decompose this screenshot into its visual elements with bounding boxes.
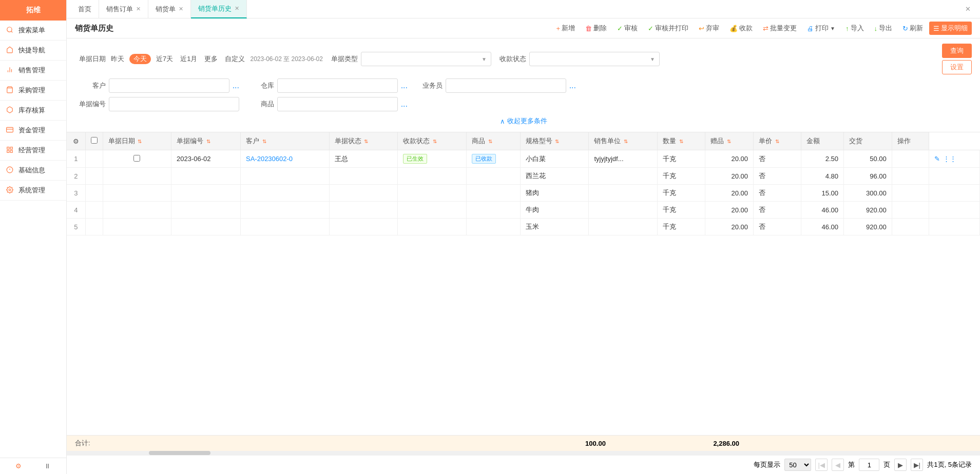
row-checkbox[interactable]	[103, 168, 171, 185]
export-label: 导出	[879, 24, 892, 33]
next-page-btn[interactable]: ▶	[894, 459, 907, 471]
audit-button[interactable]: ✓ 审核	[613, 22, 642, 35]
sidebar-item-basic[interactable]: 基础信息	[0, 161, 66, 181]
collect-button[interactable]: 💰 收款	[725, 22, 757, 35]
warehouse-input[interactable]	[277, 78, 398, 93]
collapse-button[interactable]: ∧ 收起更多条件	[496, 115, 551, 127]
export-button[interactable]: ↓ 导出	[870, 22, 897, 35]
abandon-button[interactable]: ↩ 弃审	[695, 22, 723, 35]
batch-change-button[interactable]: ⇄ 批量变更	[759, 22, 801, 35]
scrollbar-thumb[interactable]	[149, 451, 210, 455]
salesperson-input[interactable]	[446, 78, 566, 93]
shortcut-custom[interactable]: 自定义	[223, 53, 247, 65]
col-doc-status-label: 单据状态	[335, 137, 361, 145]
docno-input[interactable]	[109, 97, 239, 111]
sidebar-item-sales[interactable]: 销售管理	[0, 61, 66, 81]
col-checkbox[interactable]	[85, 132, 103, 150]
col-goods[interactable]: 商品 ⇅	[466, 132, 520, 150]
filter-date-group: 单据日期 昨天 今天 近7天 近1月 更多 自定义 2023-06-02 至 2…	[75, 53, 323, 65]
shortcut-today[interactable]: 今天	[129, 54, 151, 64]
close-all-tabs[interactable]: ✕	[960, 5, 976, 13]
refresh-button[interactable]: ↻ 刷新	[898, 22, 927, 35]
col-unit[interactable]: 销售单位 ⇅	[589, 132, 658, 150]
sidebar-item-ops[interactable]: 经营管理	[0, 141, 66, 161]
col-price[interactable]: 单价 ⇅	[753, 132, 801, 150]
tab-sales-order[interactable]: 销售订单 ✕	[99, 0, 148, 18]
shortcut-1month[interactable]: 近1月	[178, 53, 199, 65]
col-qty[interactable]: 数量 ⇅	[658, 132, 705, 150]
row-checkbox[interactable]	[103, 219, 171, 235]
action-more[interactable]: ⋮⋮	[943, 155, 956, 163]
col-pay-status[interactable]: 收款状态 ⇅	[398, 132, 467, 150]
salesperson-more[interactable]: ...	[569, 81, 576, 90]
col-doc-no[interactable]: 单据编号 ⇅	[171, 132, 241, 150]
sidebar-item-system[interactable]: 系统管理	[0, 181, 66, 201]
last-page-btn[interactable]: ▶|	[911, 459, 923, 471]
sidebar-item-search-menu[interactable]: 搜索菜单	[0, 21, 66, 41]
row-select[interactable]	[133, 155, 140, 162]
goods-more[interactable]: ...	[401, 100, 408, 109]
batch-change-label: 批量变更	[770, 24, 797, 33]
sidebar-bottom-icon1[interactable]: ⚙	[15, 462, 22, 470]
gear-icon	[6, 186, 14, 194]
col-doc-status[interactable]: 单据状态 ⇅	[329, 132, 398, 150]
tab-sales-delivery-close[interactable]: ✕	[179, 6, 183, 12]
first-page-btn[interactable]: |◀	[815, 459, 828, 471]
shortcut-7days[interactable]: 近7天	[154, 53, 175, 65]
delete-button[interactable]: 🗑 删除	[581, 22, 611, 35]
svg-rect-10	[10, 150, 12, 152]
doc-type-select[interactable]: ▼	[361, 52, 491, 66]
sidebar-label-purchase: 采购管理	[18, 86, 45, 95]
sidebar-bottom: ⚙ ⏸	[0, 458, 66, 474]
sidebar-item-finance[interactable]: 资金管理	[0, 121, 66, 141]
shortcut-yesterday[interactable]: 昨天	[109, 53, 126, 65]
col-spec[interactable]: 规格型号 ⇅	[520, 132, 589, 150]
tab-sales-delivery[interactable]: 销货单 ✕	[148, 0, 191, 18]
row-checkbox[interactable]	[103, 150, 171, 168]
query-button[interactable]: 查询	[942, 44, 972, 58]
print-button[interactable]: 🖨 打印 ▼	[803, 22, 839, 35]
select-all-checkbox[interactable]	[91, 137, 98, 144]
prev-page-btn[interactable]: ◀	[832, 459, 844, 471]
col-customer-label: 客户	[246, 137, 259, 145]
row-checkbox[interactable]	[103, 202, 171, 219]
row-pay-status	[466, 219, 520, 235]
svg-rect-8	[7, 147, 9, 149]
set-button[interactable]: 设置	[942, 60, 972, 74]
shortcut-more[interactable]: 更多	[202, 53, 220, 65]
goods-input[interactable]	[277, 97, 398, 111]
tab-sales-history-close[interactable]: ✕	[235, 5, 239, 12]
customer-input[interactable]	[109, 78, 229, 93]
per-page-select[interactable]: 50 100	[784, 459, 811, 471]
new-button[interactable]: + 新增	[552, 22, 580, 35]
sidebar-item-inventory[interactable]: 库存核算	[0, 101, 66, 121]
col-settings[interactable]: ⚙	[67, 132, 85, 150]
audit-print-button[interactable]: ✓ 审核并打印	[644, 22, 693, 35]
tab-sales-history[interactable]: 销货单历史 ✕	[191, 0, 247, 18]
sidebar-item-purchase[interactable]: 采购管理	[0, 81, 66, 101]
svg-rect-11	[7, 150, 9, 152]
sort-customer: ⇅	[262, 139, 266, 144]
col-customer[interactable]: 客户 ⇅	[241, 132, 330, 150]
tab-home[interactable]: 首页	[71, 0, 99, 18]
tab-sales-order-close[interactable]: ✕	[136, 6, 141, 12]
pay-status-select[interactable]: ▼	[529, 52, 660, 66]
horizontal-scrollbar[interactable]	[67, 451, 980, 455]
customer-more[interactable]: ...	[233, 81, 239, 90]
row-tx	[892, 150, 929, 168]
row-checkbox[interactable]	[103, 185, 171, 202]
doc-no-link[interactable]: SA-20230602-0	[246, 155, 293, 163]
table-row: 1 2023-06-02 SA-20230602-0 王总 已生效 已收款 小白…	[67, 150, 980, 168]
sort-gift: ⇅	[727, 139, 731, 144]
date-shortcuts: 昨天 今天 近7天 近1月 更多 自定义	[109, 53, 247, 65]
col-doc-date[interactable]: 单据日期 ⇅	[103, 132, 171, 150]
sidebar-bottom-icon2[interactable]: ⏸	[44, 462, 51, 470]
action-edit[interactable]: ✎	[934, 155, 940, 163]
warehouse-more[interactable]: ...	[401, 81, 408, 90]
show-detail-button[interactable]: ☰ 显示明细	[929, 22, 972, 35]
sidebar-item-quick-nav[interactable]: 快捷导航	[0, 41, 66, 61]
row-doc-status	[398, 168, 467, 185]
col-gift[interactable]: 赠品 ⇅	[705, 132, 753, 150]
import-button[interactable]: ↑ 导入	[841, 22, 868, 35]
page-input[interactable]	[859, 459, 879, 471]
